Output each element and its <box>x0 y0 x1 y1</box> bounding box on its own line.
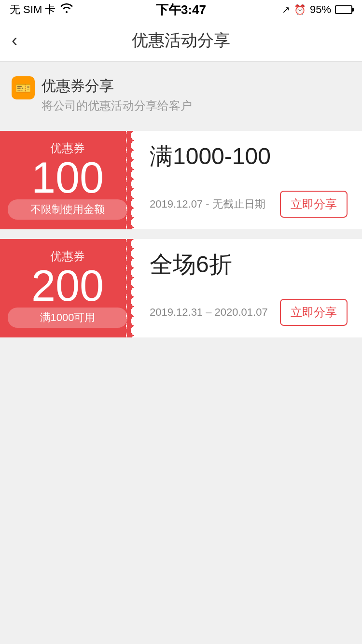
status-bar: 无 SIM 卡 下午3:47 ↗ ⏰ 95% <box>0 0 362 19</box>
coupon-name-1: 全场6折 <box>150 251 348 279</box>
nav-bar: ‹ 优惠活动分享 <box>0 19 362 62</box>
bottom-space <box>0 352 362 642</box>
coupon-name-0: 满1000-100 <box>150 142 348 170</box>
coupon-date-0: 2019.12.07 - 无截止日期 <box>150 197 275 211</box>
section-subtitle: 将公司的优惠活动分享给客户 <box>42 98 192 113</box>
coupon-list: 优惠券 100 不限制使用金额 满1000-100 2019.12.07 - 无… <box>0 121 362 352</box>
status-right: ↗ ⏰ 95% <box>282 3 352 16</box>
coupon-amount-0: 100 <box>31 156 104 199</box>
share-button-0[interactable]: 立即分享 <box>280 191 348 218</box>
coupon-card: 优惠券 200 满1000可用 全场6折 2019.12.31 – 2020.0… <box>0 239 362 337</box>
coupon-amount-1: 200 <box>31 264 104 308</box>
page-title: 优惠活动分享 <box>132 29 230 52</box>
coupon-right-0: 满1000-100 2019.12.07 - 无截止日期 立即分享 <box>135 131 362 229</box>
share-button-1[interactable]: 立即分享 <box>280 299 348 326</box>
section-icon: 🎫 <box>12 76 35 99</box>
coupon-date-1: 2019.12.31 – 2020.01.07 <box>150 306 275 319</box>
battery-percent: 95% <box>310 3 331 16</box>
coupon-left-1: 优惠券 200 满1000可用 <box>0 239 135 337</box>
coupon-condition-1: 满1000可用 <box>8 308 127 328</box>
coupon-footer-0: 2019.12.07 - 无截止日期 立即分享 <box>150 191 348 218</box>
section-title: 优惠券分享 <box>42 76 192 96</box>
back-button[interactable]: ‹ <box>12 30 17 51</box>
alarm-icon: ⏰ <box>294 4 306 15</box>
coupon-left-0: 优惠券 100 不限制使用金额 <box>0 131 135 229</box>
section-header: 🎫 优惠券分享 将公司的优惠活动分享给客户 <box>0 62 362 121</box>
wifi-icon <box>60 3 73 16</box>
coupon-right-1: 全场6折 2019.12.31 – 2020.01.07 立即分享 <box>135 239 362 337</box>
coupon-card: 优惠券 100 不限制使用金额 满1000-100 2019.12.07 - 无… <box>0 131 362 229</box>
battery-icon <box>335 5 352 14</box>
carrier-text: 无 SIM 卡 <box>10 2 56 17</box>
coupon-footer-1: 2019.12.31 – 2020.01.07 立即分享 <box>150 299 348 326</box>
location-icon: ↗ <box>282 4 290 15</box>
status-left: 无 SIM 卡 <box>10 2 73 17</box>
status-time: 下午3:47 <box>156 1 206 18</box>
section-text-block: 优惠券分享 将公司的优惠活动分享给客户 <box>42 76 192 113</box>
coupon-condition-0: 不限制使用金额 <box>8 199 127 220</box>
